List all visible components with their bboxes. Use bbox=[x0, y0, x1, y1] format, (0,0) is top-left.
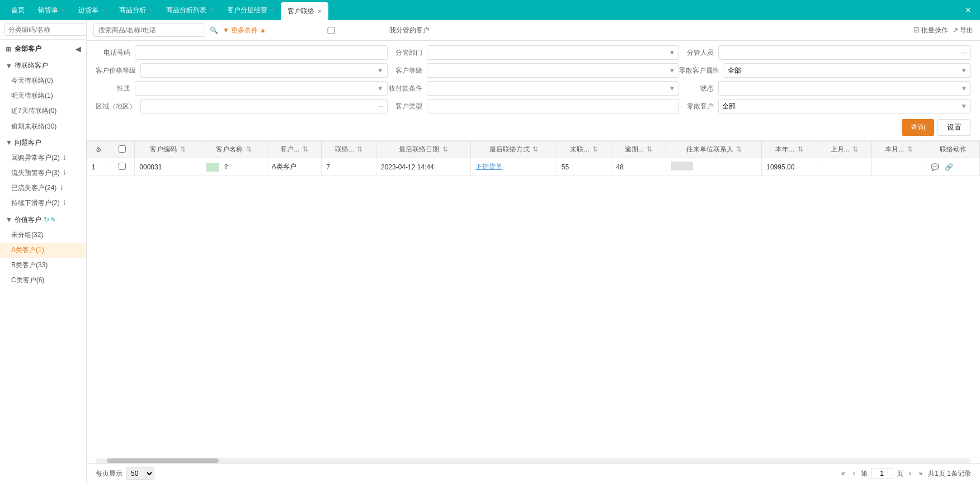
close-tab-customer-contact[interactable]: × bbox=[318, 8, 321, 15]
sidebar-item-declining[interactable]: 持续下滑客户(2) ℹ bbox=[0, 196, 86, 211]
sidebar-item-7days[interactable]: 近7天待联络(0) bbox=[0, 103, 86, 119]
search-input[interactable] bbox=[93, 23, 205, 37]
my-customers-check[interactable] bbox=[275, 27, 387, 34]
col-contact[interactable]: 联络... ⇅ bbox=[322, 141, 376, 158]
action-link-icon[interactable]: 🔗 bbox=[945, 163, 953, 171]
sidebar-item-churn-warning[interactable]: 流失预警客户(3) ℹ bbox=[0, 165, 86, 181]
sidebar-item-a-class[interactable]: A类客户(1) bbox=[0, 243, 86, 258]
nav-tab-sales[interactable]: 销货单 × bbox=[31, 0, 72, 20]
close-tab-analysis[interactable]: × bbox=[149, 7, 153, 13]
sort-type-icon: ⇅ bbox=[303, 145, 308, 153]
cell-last-method[interactable]: 下销货单 bbox=[471, 158, 557, 176]
nav-tab-analysis[interactable]: 商品分析 × bbox=[112, 0, 159, 20]
cell-checkbox[interactable] bbox=[110, 158, 135, 176]
action-chat-icon[interactable]: 💬 bbox=[931, 163, 939, 171]
next-page-button[interactable]: › bbox=[907, 468, 913, 479]
scrollbar-thumb[interactable] bbox=[107, 458, 219, 463]
close-all-tabs[interactable]: × bbox=[960, 4, 976, 16]
filter-customer-level-label: 客户等级 bbox=[388, 66, 427, 75]
close-tab-customer-tier[interactable]: × bbox=[271, 7, 274, 13]
close-tab-sales[interactable]: × bbox=[62, 7, 65, 13]
sidebar-section-problem-title[interactable]: ▼ 问题客户 bbox=[0, 135, 86, 150]
customer-table: ⚙ 客户编码 ⇅ 客户名称 ⇅ 客户... ⇅ 联络... ⇅ 最后联络日期 ⇅… bbox=[87, 141, 980, 176]
more-filters-button[interactable]: ▼ 更多条件 ▲ bbox=[223, 26, 266, 35]
filter-region-input[interactable]: ··· bbox=[140, 99, 388, 113]
filter-retail-select[interactable]: 全部 ▼ bbox=[718, 99, 971, 113]
nav-tab-customer-tier[interactable]: 客户分层经营 × bbox=[220, 0, 281, 20]
filter-nature-select[interactable]: ▼ bbox=[135, 81, 388, 96]
sidebar-item-overdue[interactable]: 逾期未联络(30) bbox=[0, 119, 86, 134]
edit-icon[interactable]: ✎ bbox=[50, 216, 56, 224]
col-this-month[interactable]: 本月... ⇅ bbox=[871, 141, 926, 158]
page-suffix: 页 bbox=[897, 469, 903, 479]
sidebar-collapse-btn[interactable]: ◀ bbox=[76, 45, 81, 53]
sidebar-all-customers[interactable]: ⊞ 全部客户 ◀ bbox=[0, 40, 86, 58]
my-customers-checkbox[interactable]: 我分管的客户 bbox=[275, 26, 430, 35]
select-all-checkbox[interactable] bbox=[119, 145, 126, 153]
col-action: 联络动作 bbox=[926, 141, 980, 158]
cell-contact: 7 bbox=[322, 158, 376, 176]
filter-phone-input[interactable] bbox=[135, 45, 388, 60]
sidebar-section-value-title[interactable]: ▼ 价值客户 ↻ ✎ bbox=[0, 212, 86, 228]
export-button[interactable]: ↗ 导出 bbox=[953, 26, 973, 35]
batch-icon: ☑ bbox=[913, 26, 920, 34]
refresh-icon[interactable]: ↻ bbox=[44, 216, 49, 224]
nav-tab-analysis-list[interactable]: 商品分析列表 × bbox=[159, 0, 220, 20]
filter-customer-level-select[interactable]: ▼ bbox=[427, 63, 680, 78]
col-last-method[interactable]: 最后联络方式 ⇅ bbox=[471, 141, 557, 158]
pagination-area: « ‹ 第 页 › » 共1页 1条记录 bbox=[839, 468, 971, 479]
filter-person-input[interactable]: ··· bbox=[718, 45, 971, 60]
nav-tab-home[interactable]: 首页 bbox=[4, 0, 31, 20]
nav-tab-customer-contact[interactable]: 客户联络 × bbox=[281, 2, 328, 20]
sidebar-item-c-class[interactable]: C类客户(6) bbox=[0, 273, 86, 288]
close-tab-purchase[interactable]: × bbox=[102, 7, 105, 13]
filter-retail-attr-select[interactable]: 全部 ▼ bbox=[724, 63, 971, 78]
region-dots-icon: ··· bbox=[378, 102, 384, 110]
col-settings[interactable]: ⚙ bbox=[87, 141, 110, 158]
sidebar-section-pending-title[interactable]: ▼ 待联络客户 bbox=[0, 58, 86, 73]
sort-last-date-icon: ⇅ bbox=[442, 145, 448, 153]
col-code[interactable]: 客户编码 ⇅ bbox=[135, 141, 201, 158]
col-uncontact[interactable]: 未联... ⇅ bbox=[557, 141, 611, 158]
search-bar: 🔍 ▼ 更多条件 ▲ 我分管的客户 ☑ 批量操作 ↗ 导出 bbox=[87, 20, 980, 41]
prev-page-button[interactable]: ‹ bbox=[851, 468, 858, 479]
filter-customer-type-input[interactable] bbox=[427, 99, 680, 113]
sidebar-item-b-class[interactable]: B类客户(33) bbox=[0, 258, 86, 273]
sidebar-item-today[interactable]: 今天待联络(0) bbox=[0, 73, 86, 88]
col-name[interactable]: 客户名称 ⇅ bbox=[201, 141, 267, 158]
filter-price-level: 客户价格等级 ▼ bbox=[96, 63, 388, 78]
filter-price-level-select[interactable]: ▼ bbox=[140, 63, 388, 78]
main-layout: 🔍 ⊞ 全部客户 ◀ ▼ 待联络客户 今天待联络(0) 明天待联络(1) 近7天… bbox=[0, 20, 980, 483]
page-number-input[interactable] bbox=[871, 468, 893, 479]
per-page-select[interactable]: 50 100 200 bbox=[126, 467, 154, 480]
sidebar-search-input[interactable] bbox=[4, 23, 87, 36]
col-contact2[interactable]: 往来单位联系人 ⇅ bbox=[666, 141, 762, 158]
filter-dept-select[interactable]: ▼ bbox=[427, 45, 680, 60]
batch-operation-button[interactable]: ☑ 批量操作 bbox=[913, 26, 948, 35]
cell-action[interactable]: 💬 🔗 bbox=[926, 158, 980, 176]
col-this-year[interactable]: 本年... ⇅ bbox=[762, 141, 817, 158]
cell-type: A类客户 bbox=[267, 158, 322, 176]
sidebar-item-tomorrow[interactable]: 明天待联络(1) bbox=[0, 88, 86, 103]
close-tab-analysis-list[interactable]: × bbox=[210, 7, 213, 13]
search-button[interactable]: 🔍 bbox=[210, 26, 218, 34]
filter-status-select[interactable]: ▼ bbox=[718, 81, 971, 96]
sidebar-item-repurchase-abnormal[interactable]: 回购异常客户(2) ℹ bbox=[0, 150, 86, 165]
query-button[interactable]: 查询 bbox=[902, 119, 934, 136]
last-page-button[interactable]: » bbox=[917, 468, 925, 479]
settings-icon[interactable]: ⚙ bbox=[96, 146, 102, 154]
horizontal-scrollbar[interactable] bbox=[87, 457, 980, 463]
col-overdue[interactable]: 逾期... ⇅ bbox=[611, 141, 666, 158]
nav-tab-purchase[interactable]: 进货单 × bbox=[72, 0, 112, 20]
sidebar-item-churned[interactable]: 已流失客户(24) ℹ bbox=[0, 181, 86, 196]
col-type[interactable]: 客户... ⇅ bbox=[267, 141, 322, 158]
row-checkbox[interactable] bbox=[119, 163, 126, 170]
filter-payment-select[interactable]: ▼ bbox=[427, 81, 680, 96]
col-last-month[interactable]: 上月... ⇅ bbox=[817, 141, 871, 158]
filter-dept-label: 分管部门 bbox=[388, 48, 427, 58]
col-last-date[interactable]: 最后联络日期 ⇅ bbox=[376, 141, 470, 158]
settings-button[interactable]: 设置 bbox=[937, 119, 971, 136]
sidebar-item-ungroup[interactable]: 未分组(32) bbox=[0, 228, 86, 243]
first-page-button[interactable]: « bbox=[839, 468, 847, 479]
col-checkbox[interactable] bbox=[110, 141, 135, 158]
